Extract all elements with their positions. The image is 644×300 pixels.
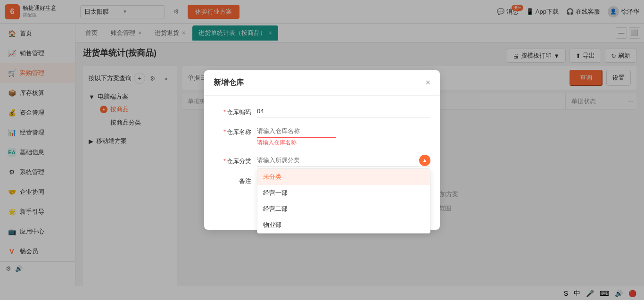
notes-label: 备注: [214, 174, 251, 185]
name-label: 仓库名称: [214, 125, 251, 136]
form-row-name: 仓库名称 请输入仓库名称: [214, 125, 430, 147]
dropdown-item-0[interactable]: 未分类: [257, 169, 430, 185]
category-dropdown-btn[interactable]: ▲: [419, 155, 430, 166]
name-input[interactable]: [257, 125, 336, 138]
dropdown-item-2[interactable]: 经营二部: [257, 201, 430, 217]
name-error-area: 请输入仓库名称: [257, 139, 297, 147]
modal-overlay: 新增仓库 × 仓库编码 仓库名称 请输入仓库名称 仓库分类: [0, 0, 644, 300]
modal-close-btn[interactable]: ×: [425, 78, 430, 88]
category-label: 仓库分类: [214, 154, 251, 166]
code-label: 仓库编码: [214, 105, 251, 117]
form-name-input-row: 仓库名称: [214, 125, 336, 138]
form-row-code: 仓库编码: [214, 105, 430, 117]
add-warehouse-modal: 新增仓库 × 仓库编码 仓库名称 请输入仓库名称 仓库分类: [204, 70, 440, 230]
category-dropdown-list: 未分类 经营一部 经营二部 物业部: [257, 168, 430, 233]
form-row-category: 仓库分类 ▲ 未分类 经营一部 经营二部 物业部: [214, 154, 430, 167]
dropdown-item-1[interactable]: 经营一部: [257, 185, 430, 201]
category-input[interactable]: [257, 154, 430, 167]
code-input[interactable]: [257, 105, 430, 117]
category-select-wrap: ▲ 未分类 经营一部 经营二部 物业部: [257, 154, 430, 167]
modal-title: 新增仓库: [214, 78, 244, 88]
modal-header: 新增仓库 ×: [204, 70, 440, 96]
dropdown-item-3[interactable]: 物业部: [257, 217, 430, 233]
modal-body: 仓库编码 仓库名称 请输入仓库名称 仓库分类 ▲: [204, 96, 440, 203]
name-error-msg: 请输入仓库名称: [257, 139, 297, 146]
